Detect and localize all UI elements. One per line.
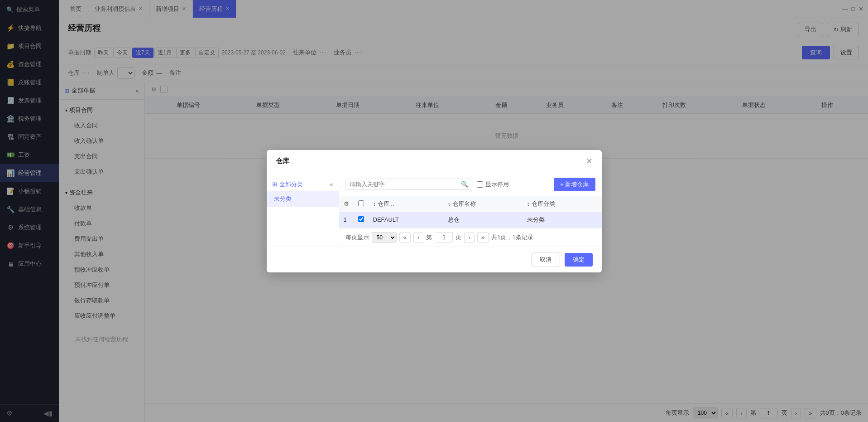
modal-page-label: 第 bbox=[426, 233, 432, 242]
modal-body: ⊞ 全部分类 « 未分类 🔍 显示停用 bbox=[267, 173, 602, 247]
warehouse-modal: 仓库 ✕ ⊞ 全部分类 « 未分类 bbox=[267, 150, 602, 272]
modal-total-label: 共1页，1条记录 bbox=[491, 233, 533, 242]
modal-row-checkbox-cell bbox=[354, 212, 369, 228]
modal-footer-actions: 取消 确定 bbox=[267, 247, 602, 272]
modal-row-code: DEFAULT bbox=[369, 212, 443, 228]
modal-col-code: ↕ 仓库... bbox=[369, 196, 443, 212]
modal-confirm-btn[interactable]: 确定 bbox=[565, 253, 593, 267]
modal-page-last[interactable]: » bbox=[477, 232, 489, 243]
modal-header: 仓库 ✕ bbox=[267, 150, 602, 173]
modal-col-name: ↕ 仓库名称 bbox=[443, 196, 523, 212]
modal-page-first[interactable]: « bbox=[399, 232, 411, 243]
modal-table-body: 1 DEFAULT 总仓 未分类 bbox=[339, 212, 602, 228]
modal-search-box: 🔍 bbox=[345, 179, 472, 190]
modal-col-gear: ⚙ bbox=[339, 196, 354, 212]
modal-row-category: 未分类 bbox=[523, 212, 602, 228]
modal-col-checkbox bbox=[354, 196, 369, 212]
modal-pagination-bar: 每页显示 50 100 « ‹ 第 页 › » 共1页，1条记录 bbox=[339, 228, 602, 247]
modal-search-input[interactable] bbox=[350, 181, 458, 188]
modal-table-header: ⚙ ↕ 仓库... ↕ 仓库名称 ↕ 仓库分类 bbox=[339, 196, 602, 212]
modal-page-next[interactable]: › bbox=[464, 232, 474, 243]
show-disabled-group: 显示停用 bbox=[477, 180, 509, 189]
modal-table-wrapper: ⚙ ↕ 仓库... ↕ 仓库名称 ↕ 仓库分类 1 bbox=[339, 196, 602, 228]
show-disabled-label: 显示停用 bbox=[485, 180, 509, 189]
modal-toolbar: 🔍 显示停用 + 新增仓库 bbox=[339, 173, 602, 196]
modal-main: 🔍 显示停用 + 新增仓库 ⚙ bbox=[339, 173, 602, 247]
modal-row-checkbox[interactable] bbox=[358, 216, 364, 222]
modal-search-icon: 🔍 bbox=[461, 181, 468, 188]
modal-sidebar-item-uncategorized[interactable]: 未分类 bbox=[267, 191, 339, 207]
add-warehouse-btn[interactable]: + 新增仓库 bbox=[554, 178, 595, 191]
modal-collapse-btn[interactable]: « bbox=[330, 181, 333, 188]
modal-all-label: 全部分类 bbox=[279, 180, 303, 189]
modal-all-icon: ⊞ bbox=[272, 181, 277, 188]
modal-pagination: 每页显示 50 100 « ‹ 第 页 › » 共1页，1条记录 bbox=[345, 232, 533, 243]
modal-page-prev[interactable]: ‹ bbox=[413, 232, 423, 243]
modal-page-end: 页 bbox=[456, 233, 461, 242]
modal-row-num: 1 bbox=[339, 212, 354, 228]
modal-per-page-select[interactable]: 50 100 bbox=[372, 232, 397, 243]
modal-sidebar: ⊞ 全部分类 « 未分类 bbox=[267, 173, 339, 247]
modal-select-all[interactable] bbox=[358, 200, 364, 206]
modal-page-input[interactable] bbox=[435, 232, 453, 243]
show-disabled-checkbox[interactable] bbox=[477, 181, 483, 188]
modal-overlay: 仓库 ✕ ⊞ 全部分类 « 未分类 bbox=[0, 0, 868, 422]
modal-col-category: ↕ 仓库分类 bbox=[523, 196, 602, 212]
modal-close-btn[interactable]: ✕ bbox=[586, 156, 593, 166]
modal-table: ⚙ ↕ 仓库... ↕ 仓库名称 ↕ 仓库分类 1 bbox=[339, 196, 602, 228]
modal-sidebar-header: ⊞ 全部分类 « bbox=[267, 178, 339, 191]
table-row[interactable]: 1 DEFAULT 总仓 未分类 bbox=[339, 212, 602, 228]
modal-row-name: 总仓 bbox=[443, 212, 523, 228]
modal-per-page-label: 每页显示 bbox=[345, 233, 369, 242]
modal-cancel-btn[interactable]: 取消 bbox=[531, 252, 560, 267]
modal-title: 仓库 bbox=[276, 157, 289, 165]
